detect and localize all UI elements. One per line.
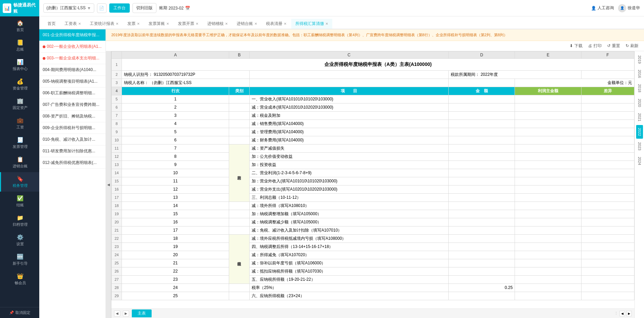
switch-old-button[interactable]: 切到旧版 (132, 3, 156, 13)
work-station-button[interactable]: 工作台 (109, 3, 130, 13)
item-2[interactable]: 减：营业成本(填写A102010\102020\103000) (250, 103, 449, 111)
sidebar-item-tax[interactable]: 🔖 税务管理 (0, 172, 39, 192)
sidebar-item-ledger[interactable]: 📒 总账 (0, 36, 39, 55)
left-panel-item-006[interactable]: 006-职工薪酬纳税调整明细... (39, 87, 106, 99)
hscroll-left[interactable]: ◀ (619, 311, 625, 316)
tab-payroll-close[interactable]: ✕ (78, 22, 81, 26)
sidebar-item-invoice[interactable]: 🧾 发票管理 (0, 133, 39, 153)
item-1[interactable]: 一、营业收入(填写A101010\101020\103000) (250, 95, 449, 103)
left-panel-item-005[interactable]: 005-纳税调整项目明细表(A1... (39, 76, 106, 87)
seq-3[interactable]: 3 (122, 111, 229, 120)
left-panel-item-009[interactable]: 009-企业所得税补亏损明细... (39, 122, 106, 134)
item-24[interactable]: 税率（25%） (250, 284, 449, 292)
item-11[interactable]: 加：营业外收入(填写A101010\101020\103000) (250, 177, 449, 185)
tab-invoice-close[interactable]: ✕ (137, 22, 140, 26)
user-info-button[interactable]: 👤 徐道华 (618, 4, 640, 12)
seq-23[interactable]: 23 (122, 275, 229, 284)
item-7[interactable]: 减：资产减值损失 (250, 144, 449, 152)
sidebar-item-settle[interactable]: ✅ 结账 (0, 192, 39, 211)
seq-11[interactable]: 11 (122, 177, 229, 185)
document-button[interactable]: 📄 (97, 3, 107, 13)
sidebar-item-archive[interactable]: 📁 归档管理 (0, 211, 39, 231)
item-23[interactable]: 五、应纳税所得额（19-20-21-22） (250, 275, 449, 284)
tab-invoice-calc-close[interactable]: ✕ (166, 22, 169, 26)
tab-invoice-open[interactable]: 发票开票 ✕ (174, 19, 202, 29)
sidebar-item-report[interactable]: 📊 报表中心 (0, 55, 39, 75)
year-2019[interactable]: 2019 (636, 53, 643, 66)
sidebar-item-sales[interactable]: 📋 进销台账 (0, 153, 39, 172)
seq-20[interactable]: 20 (122, 251, 229, 259)
seq-10[interactable]: 10 (122, 169, 229, 177)
item-22[interactable]: 减：抵扣应纳税所得额（填写A107030） (250, 267, 449, 275)
tab-tax-calc[interactable]: 所得税汇算清缴 ✕ (291, 19, 332, 29)
item-4[interactable]: 减：销售费用(填写A104000) (250, 120, 449, 128)
seq-9[interactable]: 9 (122, 161, 229, 169)
customer-service-button[interactable]: 👤 人工咨询 (591, 5, 614, 11)
item-8[interactable]: 加：公允价值变动收益 (250, 152, 449, 161)
seq-21[interactable]: 21 (122, 259, 229, 267)
sheet-tab-main[interactable]: 主表 (132, 309, 152, 317)
year-2022[interactable]: 2022 (636, 125, 643, 139)
item-13[interactable]: 三、利润总额（10-11-12） (250, 193, 449, 202)
tab-payroll-stat-close[interactable]: ✕ (116, 22, 118, 26)
year-2023[interactable]: 2023 (636, 139, 643, 153)
left-panel-item-007[interactable]: 007-广告费和业务宣传费跨期... (39, 99, 106, 111)
seq-7[interactable]: 7 (122, 144, 229, 152)
item-10[interactable]: 二、营业利润(1-2-3-4-5-6-7-8+9) (250, 169, 449, 177)
tab-payroll[interactable]: 工资表 ✕ (60, 19, 85, 29)
seq-4[interactable]: 4 (122, 120, 229, 128)
seq-18[interactable]: 18 (122, 234, 229, 243)
tab-home[interactable]: 首页 (43, 19, 60, 29)
item-15[interactable]: 加：纳税调整增加额（填写A105000） (250, 210, 449, 218)
sheet-content[interactable]: A B C D E F (111, 51, 634, 309)
item-3[interactable]: 减：税金及附加 (250, 111, 449, 120)
panel-collapse-button[interactable]: ◀ (106, 51, 111, 318)
seq-25[interactable]: 25 (122, 292, 229, 300)
year-2024[interactable]: 2024 (636, 154, 643, 168)
tab-sales-ledger[interactable]: 进销台账 ✕ (233, 19, 261, 29)
reset-button[interactable]: ↺ 重置 (607, 43, 620, 49)
amount-24[interactable]: 0.25 (449, 284, 515, 292)
seq-24[interactable]: 24 (122, 284, 229, 292)
refresh-button[interactable]: ↻ 刷新 (626, 43, 639, 49)
tab-invoice-calc[interactable]: 发票算账 ✕ (144, 19, 173, 29)
tab-payroll-stat[interactable]: 工资统计报表 ✕ (86, 19, 123, 29)
year-2020[interactable]: 2020 (636, 96, 643, 110)
left-panel-item-008[interactable]: 008-资产折旧、摊销及纳税... (39, 111, 106, 122)
hscroll-right[interactable]: ▶ (626, 311, 632, 316)
left-panel-item-012[interactable]: 012-减免所得税优惠明细表(... (39, 157, 106, 169)
tab-invoice-open-close[interactable]: ✕ (196, 22, 198, 26)
tab-sales-ledger-close[interactable]: ✕ (254, 22, 257, 26)
seq-15[interactable]: 15 (122, 210, 229, 218)
tab-sales-check-close[interactable]: ✕ (225, 22, 228, 26)
seq-13[interactable]: 13 (122, 193, 229, 202)
item-19[interactable]: 四、纳税调整后所得（13-14+15-16-17+18） (250, 243, 449, 251)
item-12[interactable]: 减：营业外支出(填写A102010\102020\103000) (250, 185, 449, 193)
item-20[interactable]: 减：所得减免（填写A107020） (250, 251, 449, 259)
left-panel-item-011[interactable]: 011-研发费用加计扣除优惠... (39, 146, 106, 157)
seq-8[interactable]: 8 (122, 152, 229, 161)
item-18[interactable]: 减：境外应税所得税抵减境内亏损（填写A108000） (250, 234, 449, 243)
seq-22[interactable]: 22 (122, 267, 229, 275)
seq-17[interactable]: 17 (122, 226, 229, 234)
seq-19[interactable]: 19 (122, 243, 229, 251)
seq-2[interactable]: 2 (122, 103, 229, 111)
item-21[interactable]: 减：弥补以前年度亏损（填写A106000） (250, 259, 449, 267)
tab-invoice[interactable]: 发票 ✕ (123, 19, 144, 29)
sidebar-item-fund[interactable]: 💰 资金管理 (0, 75, 39, 94)
seq-5[interactable]: 5 (122, 128, 229, 136)
left-panel-item-004[interactable]: 004-期间费用明细表(A1040... (39, 64, 106, 76)
amount-1[interactable] (449, 95, 515, 103)
year-2018[interactable]: 2018 (636, 81, 643, 95)
sidebar-item-member[interactable]: 👑 畅会员 (0, 269, 39, 289)
item-5[interactable]: 减：管理费用(填写A104000) (250, 128, 449, 136)
item-25[interactable]: 六、应纳所得税额（23×24） (250, 292, 449, 300)
seq-14[interactable]: 14 (122, 202, 229, 210)
diff-1[interactable] (581, 95, 634, 103)
seq-1[interactable]: 1 (122, 95, 229, 103)
seq-6[interactable]: 6 (122, 136, 229, 144)
item-14[interactable]: 减：境外所得（填写A108010） (250, 202, 449, 210)
tab-tax-clear-close[interactable]: ✕ (284, 22, 286, 26)
sheet-nav-next[interactable]: ▶ (123, 310, 129, 317)
item-9[interactable]: 加：投资收益 (250, 161, 449, 169)
